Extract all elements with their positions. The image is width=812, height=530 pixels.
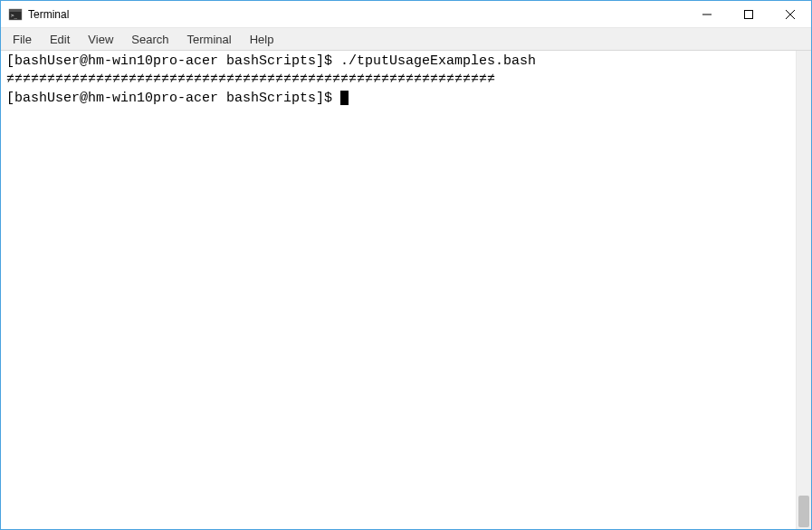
window-title: Terminal xyxy=(28,8,69,21)
svg-rect-4 xyxy=(745,10,753,18)
menu-view[interactable]: View xyxy=(80,30,121,49)
menu-edit[interactable]: Edit xyxy=(42,30,78,49)
terminal-line: [bashUser@hm-win10pro-acer bashScripts]$ xyxy=(6,90,790,108)
prompt: [bashUser@hm-win10pro-acer bashScripts]$ xyxy=(6,53,340,69)
menu-search[interactable]: Search xyxy=(123,30,177,49)
output-text: ≠≠≠≠≠≠≠≠≠≠≠≠≠≠≠≠≠≠≠≠≠≠≠≠≠≠≠≠≠≠≠≠≠≠≠≠≠≠≠≠… xyxy=(6,72,495,87)
menubar: File Edit View Search Terminal Help xyxy=(1,28,811,51)
menu-file[interactable]: File xyxy=(5,30,40,49)
titlebar-left: >_ Terminal xyxy=(1,7,69,22)
terminal-icon: >_ xyxy=(8,7,23,22)
minimize-button[interactable] xyxy=(686,1,728,27)
terminal-window: >_ Terminal File Edit View Search Termin… xyxy=(0,0,812,530)
terminal-body: [bashUser@hm-win10pro-acer bashScripts]$… xyxy=(1,51,811,529)
maximize-button[interactable] xyxy=(728,1,769,27)
titlebar: >_ Terminal xyxy=(1,1,811,28)
vertical-scrollbar[interactable] xyxy=(796,51,811,529)
window-controls xyxy=(686,1,811,27)
terminal-line: [bashUser@hm-win10pro-acer bashScripts]$… xyxy=(6,53,790,71)
prompt: [bashUser@hm-win10pro-acer bashScripts]$ xyxy=(6,91,340,106)
scrollbar-thumb[interactable] xyxy=(798,496,809,527)
close-button[interactable] xyxy=(769,1,811,27)
menu-terminal[interactable]: Terminal xyxy=(179,30,240,49)
cursor-icon xyxy=(340,91,349,105)
menu-help[interactable]: Help xyxy=(242,30,282,49)
terminal-content[interactable]: [bashUser@hm-win10pro-acer bashScripts]$… xyxy=(1,51,796,529)
terminal-line: ≠≠≠≠≠≠≠≠≠≠≠≠≠≠≠≠≠≠≠≠≠≠≠≠≠≠≠≠≠≠≠≠≠≠≠≠≠≠≠≠… xyxy=(6,71,790,89)
command-text: ./tputUsageExamples.bash xyxy=(340,53,536,69)
svg-text:>_: >_ xyxy=(11,12,18,19)
